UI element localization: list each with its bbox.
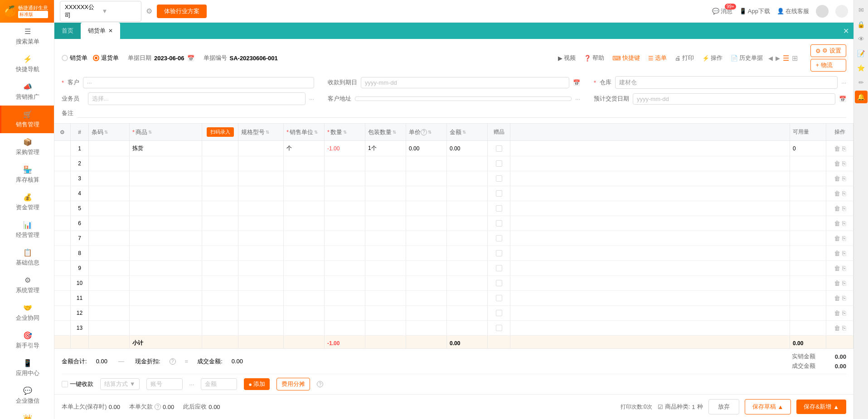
sort-qty-icon[interactable]: ⇅ [343,130,347,135]
customer-input[interactable]: ··· [83,77,314,88]
sort-spec-icon[interactable]: ⇅ [266,130,269,135]
save-new-button[interactable]: 保存&新增 ▲ [796,400,846,414]
close-window-icon[interactable]: ✕ [843,27,849,35]
copy-icon[interactable]: ⎘ [842,220,846,227]
discard-button[interactable]: 放弃 [708,399,739,414]
delete-icon[interactable]: 🗑 [834,309,840,317]
delete-icon[interactable]: 🗑 [834,235,840,242]
delete-icon[interactable]: 🗑 [834,265,840,272]
add-payment-button[interactable]: ● 添加 [244,378,270,390]
delete-icon[interactable]: 🗑 [834,294,840,302]
calendar-icon-payment[interactable]: 📅 [573,79,580,86]
settlement-method-input[interactable]: 结算方式 ▼ [100,378,140,390]
copy-icon[interactable]: ⎘ [842,145,846,152]
sidebar-item-inventory[interactable]: 🏪 库存核算 [0,161,54,188]
sidebar-item-basic-info[interactable]: 📋 基础信息 [0,244,54,271]
nav-prev-icon[interactable]: ◀ [768,55,773,62]
try-industry-button[interactable]: 体验行业方案 [157,5,207,18]
tab-close-icon[interactable]: ✕ [108,28,113,34]
one-click-pay-checkbox[interactable]: 一键收款 [62,380,93,388]
copy-icon[interactable]: ⎘ [842,324,846,332]
sidebar-item-operations[interactable]: 📊 经营管理 [0,216,54,244]
video-btn[interactable]: ▶ 视频 [555,53,578,63]
app-download-button[interactable]: 📱 App下载 [739,7,770,15]
sidebar-item-quicknav[interactable]: ⚡ 快捷导航 [0,50,54,78]
rp-star-icon[interactable]: ⭐ [855,62,868,74]
account-input[interactable]: 账号 [146,378,183,390]
help-btn[interactable]: ❓ 帮助 [581,53,607,63]
delete-icon[interactable]: 🗑 [834,250,840,257]
rp-edit-icon[interactable]: ✏ [855,76,868,89]
online-service-button[interactable]: 👤 在线客服 [777,7,809,15]
row-barcode[interactable] [89,141,130,156]
sidebar-item-member[interactable]: 👑 畅会员 [0,409,54,419]
remark-input[interactable] [77,109,846,118]
row-unit[interactable]: 个 [284,141,325,156]
sidebar-item-apps[interactable]: 📱 应用中心 [0,354,54,382]
sidebar-item-finance[interactable]: 💰 资金管理 [0,188,54,216]
row-qty[interactable]: -1.00 [325,141,365,156]
tab-sales-order[interactable]: 销货单 ✕ [81,23,120,39]
row-pkg[interactable]: 1个 [365,141,406,156]
sidebar-item-sales[interactable]: 🛒 销售管理 [0,106,54,133]
price-help-icon[interactable]: ? [421,129,427,135]
row-price[interactable]: 0.00 [406,141,447,156]
payment-date-input[interactable]: yyyy-mm-dd [361,77,569,88]
company-selector[interactable]: XXXXXX公司 ▼ [60,1,141,22]
radio-return-order[interactable]: 退货单 [93,54,119,62]
sort-price-icon[interactable]: ⇅ [428,130,432,135]
message-button[interactable]: 💬 消息 99+ [712,7,732,15]
fee-help-icon[interactable]: ? [317,381,323,387]
print-btn[interactable]: 🖨 打印 [672,53,697,63]
delete-icon[interactable]: 🗑 [834,175,840,182]
scan-button[interactable]: 扫码录入 [207,127,234,137]
salesperson-input[interactable]: 选择... [88,92,305,105]
sort-unit-icon[interactable]: ⇅ [314,130,318,135]
product-type[interactable]: ☑ 商品种类: 1 种 [658,403,703,411]
tab-home[interactable]: 首页 [54,23,81,39]
view-list-icon[interactable]: ☰ [783,54,789,63]
copy-icon[interactable]: ⎘ [842,279,846,287]
save-draft-button[interactable]: 保存草稿 ▲ [745,399,791,414]
delete-icon[interactable]: 🗑 [834,279,840,287]
short-help-icon[interactable]: ? [155,404,161,410]
shortcut-btn[interactable]: ⌨ 快捷键 [610,53,643,63]
rp-mail-icon[interactable]: ✉ [855,4,868,16]
sort-product-icon[interactable]: ⇅ [148,130,152,135]
sidebar-item-purchase[interactable]: 📦 采购管理 [0,133,54,161]
customer-addr-input[interactable] [355,96,572,101]
delete-icon[interactable]: 🗑 [834,160,840,167]
calendar-icon[interactable]: 📅 [187,55,194,62]
sidebar-item-system[interactable]: ⚙ 系统管理 [0,271,54,299]
sidebar-item-search[interactable]: ☰ 搜索菜单 [0,23,54,50]
copy-icon[interactable]: ⎘ [842,309,846,317]
rp-alert-icon[interactable]: 🔔 [855,91,868,103]
logistics-button[interactable]: + 物流 [810,59,846,72]
th-settings[interactable]: ⚙ [54,124,71,140]
row-product[interactable]: 拣货 [130,141,202,156]
view-grid-icon[interactable]: ⊞ [792,54,798,63]
sidebar-item-collab[interactable]: 🤝 企业协同 [0,299,54,327]
rp-lock-icon[interactable]: 🔒 [855,18,868,31]
row-gift[interactable] [488,141,510,156]
amount-input[interactable]: 金额 [201,378,237,390]
warehouse-input[interactable]: 建材仓 [615,76,838,89]
delete-icon[interactable]: 🗑 [834,220,840,227]
calendar-icon-expected[interactable]: 📅 [839,96,846,102]
delete-icon[interactable]: 🗑 [834,324,840,332]
row-amount[interactable]: 0.00 [447,141,488,156]
rp-note-icon[interactable]: 📝 [855,47,868,60]
nav-next-icon[interactable]: ▶ [776,55,780,62]
radio-sale-order[interactable]: 销货单 [62,54,87,62]
sidebar-item-guide[interactable]: 🎯 新手引导 [0,327,54,354]
copy-icon[interactable]: ⎘ [842,175,846,182]
sort-barcode-icon[interactable]: ⇅ [104,130,108,135]
gear-icon[interactable]: ⚙ [146,7,152,15]
row-spec[interactable] [238,141,284,156]
copy-icon[interactable]: ⎘ [842,294,846,302]
select-btn[interactable]: ☰ 选单 [645,53,669,63]
delete-icon[interactable]: 🗑 [834,190,840,197]
copy-icon[interactable]: ⎘ [842,265,846,272]
sidebar-item-wechat[interactable]: 💬 企业微信 [0,382,54,409]
copy-icon[interactable]: ⎘ [842,205,846,212]
